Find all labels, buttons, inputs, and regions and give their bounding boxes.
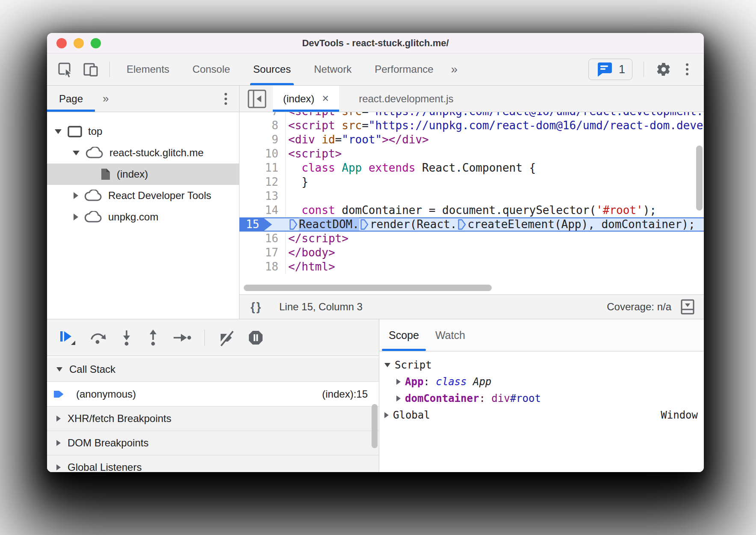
deactivate-breakpoints-button[interactable] [218,329,235,346]
frame-name: (anonymous) [76,388,136,400]
line-number[interactable]: 16 [239,232,286,246]
tab-console[interactable]: Console [181,54,242,85]
line-number[interactable]: 12 [239,175,286,189]
horizontal-scrollbar[interactable] [244,285,492,291]
tab-network[interactable]: Network [302,54,363,85]
code-token: } [288,175,308,188]
panel-tabs: ElementsConsoleSourcesNetworkPerformance [115,54,445,85]
call-stack-title: Call Stack [69,363,115,375]
code-token: id [322,133,335,146]
tree-item-top[interactable]: top [47,121,239,142]
triangle-collapsed-icon [56,464,61,470]
editor-pane: (index)×react.development.js 7<script sr… [239,86,704,319]
code-token [362,161,369,174]
section-global-listeners[interactable]: Global Listeners [47,455,379,472]
tree-item-react-stuck-glitch-me[interactable]: react-stuck.glitch.me [47,142,239,163]
tree-item-label: (index) [117,168,148,180]
tab-sources[interactable]: Sources [242,54,302,85]
line-number[interactable]: 10 [239,147,286,161]
code-token: </html> [288,260,335,273]
close-tab-icon[interactable]: × [322,92,329,105]
triangle-expanded-icon [55,129,62,134]
scope-variable-app[interactable]: App: class App [379,373,704,390]
navigator-more-tabs-icon[interactable]: » [103,92,109,105]
triangle-expanded-icon [56,367,62,372]
line-number[interactable]: 7 [239,112,286,119]
tab-page[interactable]: Page [47,86,95,112]
inline-breakpoint-marker[interactable] [360,219,369,230]
tree-item-react-developer-tools[interactable]: React Developer Tools [47,185,239,206]
close-window-button[interactable] [56,38,67,48]
section-title: DOM Breakpoints [68,437,148,449]
kebab-menu-icon[interactable] [684,62,690,77]
step-out-button[interactable] [146,330,160,346]
line-number[interactable]: 14 [239,203,286,217]
toolbar-divider [644,62,644,77]
code-token: <script> [288,147,342,160]
code-token: App [342,161,362,174]
device-toolbar-icon[interactable] [83,61,99,77]
inspect-element-icon[interactable] [57,61,74,77]
editor-tab-label: (index) [283,93,314,105]
code-token: extends [369,161,416,174]
resume-button[interactable] [58,330,76,346]
tab-watch[interactable]: Watch [428,319,472,351]
tree-item-unpkg-com[interactable]: unpkg.com [47,206,239,228]
code-token: domContainer = document.querySelector( [335,204,596,217]
line-number[interactable]: 18 [239,260,286,274]
code-token: class [301,161,335,174]
toggle-drawer-icon[interactable] [681,299,694,315]
tab-scope[interactable]: Scope [382,319,426,351]
code-editor[interactable]: 7<script src="https://unpkg.com/react@16… [239,112,704,294]
call-stack-frame[interactable]: (anonymous)(index):15 [47,382,379,407]
settings-gear-icon[interactable] [656,62,671,77]
step-button[interactable] [173,331,192,344]
selected-token: ReactDOM. [299,218,359,231]
issues-badge[interactable]: 1 [588,59,632,80]
tree-item-label: React Developer Tools [108,190,211,202]
pause-on-exceptions-button[interactable] [248,330,264,346]
tab-elements[interactable]: Elements [115,54,181,85]
collapse-navigator-icon[interactable] [247,89,267,109]
scope-pane: ScopeWatch ScriptApp: class AppdomContai… [379,319,704,472]
line-number[interactable]: 9 [239,133,286,147]
editor-tabbar: (index)×react.development.js [239,86,704,112]
more-panels-icon[interactable]: » [451,62,458,76]
step-into-button[interactable] [120,330,133,346]
minimize-window-button[interactable] [74,38,84,48]
code-line: 13 [239,189,704,203]
line-number[interactable]: 15 [239,217,286,232]
step-over-button[interactable] [89,330,107,345]
variable-value-part: class [436,376,473,388]
traffic-lights [56,38,101,48]
triangle-collapsed-icon [396,395,401,401]
editor-tab-index[interactable]: (index)× [273,86,339,112]
editor-tab-react-development-js[interactable]: react.development.js [348,86,464,112]
tree-item-index[interactable]: (index) [47,163,239,185]
code-text: class App extends React.Component { [286,161,704,175]
inline-breakpoint-marker[interactable] [458,219,466,230]
vertical-scrollbar[interactable] [696,146,703,211]
call-stack-header[interactable]: Call Stack [47,357,379,382]
scope-variable-domcontainer[interactable]: domContainer: div#root [379,390,704,407]
code-token: src [342,112,362,118]
scope-section-script[interactable]: Script [379,357,704,373]
line-number[interactable]: 11 [239,161,286,175]
inline-breakpoint-marker[interactable] [289,219,298,230]
code-line: 11 class App extends React.Component { [239,161,704,175]
scope-section-global[interactable]: GlobalWindow [379,407,704,423]
debugger-sections-scrollbar[interactable] [372,404,378,448]
code-line: 8<script src="https://unpkg.com/react-do… [239,119,704,133]
line-number[interactable]: 13 [239,189,286,203]
line-number[interactable]: 8 [239,119,286,133]
code-token: </body> [288,246,335,259]
section-xhr-fetch-breakpoints[interactable]: XHR/fetch Breakpoints [47,407,379,431]
tab-performance[interactable]: Performance [363,54,445,85]
code-token [288,204,301,217]
navigator-kebab-menu-icon[interactable] [223,91,229,107]
line-number[interactable]: 17 [239,246,286,260]
pretty-print-icon[interactable]: {} [251,300,262,314]
scope-tabbar: ScopeWatch [379,319,704,351]
section-dom-breakpoints[interactable]: DOM Breakpoints [47,431,379,455]
zoom-window-button[interactable] [91,38,101,48]
